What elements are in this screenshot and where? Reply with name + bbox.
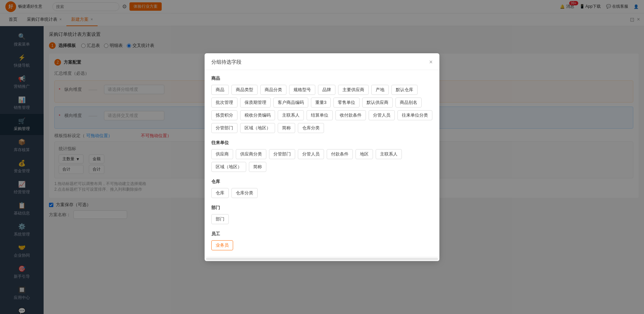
field-tag-manager-partner[interactable]: 分管人员 — [298, 149, 324, 159]
category-warehouse: 仓库 仓库 仓库分类 — [211, 179, 433, 198]
field-tag-dept[interactable]: 部门 — [211, 214, 229, 224]
modal-title: 分组待选字段 — [211, 59, 241, 65]
modal-close-button[interactable]: × — [429, 59, 433, 66]
staff-tags: 业务员 — [211, 240, 433, 250]
field-tag-product[interactable]: 商品 — [211, 85, 229, 95]
field-tag-payment-cond[interactable]: 付款条件 — [327, 149, 353, 159]
field-tag-main-supplier[interactable]: 主要供应商 — [338, 85, 369, 95]
modal-body: 商品 商品 商品类型 商品分类 规格型号 品牌 主要供应商 产地 默认仓库 批次… — [205, 70, 439, 257]
category-partner-title: 往来单位 — [211, 140, 433, 146]
modal-hscroll-thumb — [206, 258, 438, 260]
field-tag-batch-mgmt[interactable]: 批次管理 — [211, 98, 237, 108]
field-tag-warehouse-cat[interactable]: 仓库分类 — [231, 188, 258, 198]
field-tag-weight3[interactable]: 重量3 — [311, 98, 331, 108]
modal-header: 分组待选字段 × — [205, 53, 439, 70]
field-tag-product-category[interactable]: 商品分类 — [260, 85, 286, 95]
category-dept-title: 部门 — [211, 205, 433, 211]
modal-hscrollbar[interactable] — [205, 257, 439, 261]
field-tag-default-supplier[interactable]: 默认供应商 — [362, 98, 393, 108]
field-tag-manager[interactable]: 分管人员 — [369, 110, 395, 120]
field-tag-salesperson[interactable]: 业务员 — [211, 240, 233, 250]
field-tag-region-product[interactable]: 区域（地区） — [240, 123, 275, 133]
field-tag-main-contact-partner[interactable]: 主联系人 — [376, 149, 402, 159]
field-tag-supplier-category[interactable]: 供应商分类 — [236, 149, 266, 159]
category-staff-title: 员工 — [211, 231, 433, 237]
field-tag-warehouse[interactable]: 仓库 — [211, 188, 229, 198]
category-dept: 部门 部门 — [211, 205, 433, 224]
product-tags: 商品 商品类型 商品分类 规格型号 品牌 主要供应商 产地 默认仓库 批次管理 … — [211, 85, 433, 133]
field-tag-supplier[interactable]: 供应商 — [211, 149, 233, 159]
category-partner: 往来单位 供应商 供应商分类 分管部门 分管人员 付款条件 地区 主联系人 区域… — [211, 140, 433, 172]
field-tag-abbr-product[interactable]: 简称 — [278, 123, 295, 133]
field-tag-region-partner[interactable]: 区域（地区） — [211, 162, 246, 172]
modal-overlay: 分组待选字段 × 商品 商品 商品类型 商品分类 规格型号 品牌 主要供应商 产… — [0, 0, 644, 314]
warehouse-tags: 仓库 仓库分类 — [211, 188, 433, 198]
field-tag-main-contact[interactable]: 主联系人 — [278, 110, 304, 120]
field-tag-product-type[interactable]: 商品类型 — [231, 85, 258, 95]
modal: 分组待选字段 × 商品 商品 商品类型 商品分类 规格型号 品牌 主要供应商 产… — [205, 53, 439, 261]
category-product-title: 商品 — [211, 75, 433, 81]
field-tag-settlement-unit[interactable]: 结算单位 — [307, 110, 333, 120]
field-tag-dept-manage[interactable]: 分管部门 — [211, 123, 237, 133]
category-warehouse-title: 仓库 — [211, 179, 433, 185]
field-tag-payment-terms[interactable]: 收付款条件 — [335, 110, 366, 120]
field-tag-tax-code[interactable]: 税收分类编码 — [240, 110, 275, 120]
field-tag-alias[interactable]: 商品别名 — [395, 98, 422, 108]
category-staff: 员工 业务员 — [211, 231, 433, 250]
field-tag-expiry-mgmt[interactable]: 保质期管理 — [240, 98, 271, 108]
field-tag-dept-partner[interactable]: 分管部门 — [269, 149, 295, 159]
field-tag-spec-model[interactable]: 规格型号 — [289, 85, 315, 95]
field-tag-abbr-partner[interactable]: 简称 — [249, 162, 266, 172]
field-tag-brand[interactable]: 品牌 — [318, 85, 335, 95]
category-product: 商品 商品 商品类型 商品分类 规格型号 品牌 主要供应商 产地 默认仓库 批次… — [211, 75, 433, 133]
field-tag-retail-unit[interactable]: 零售单位 — [333, 98, 360, 108]
field-tag-warehouse-category[interactable]: 仓库分类 — [298, 123, 324, 133]
dept-tags: 部门 — [211, 214, 433, 224]
field-tag-pick-points[interactable]: 拣货积分 — [211, 110, 237, 120]
field-tag-origin[interactable]: 产地 — [371, 85, 389, 95]
partner-tags: 供应商 供应商分类 分管部门 分管人员 付款条件 地区 主联系人 区域（地区） … — [211, 149, 433, 172]
field-tag-area[interactable]: 地区 — [356, 149, 373, 159]
field-tag-partner-category[interactable]: 往来单位分类 — [397, 110, 432, 120]
field-tag-customer-code[interactable]: 客户商品编码 — [273, 98, 308, 108]
field-tag-default-warehouse[interactable]: 默认仓库 — [391, 85, 418, 95]
